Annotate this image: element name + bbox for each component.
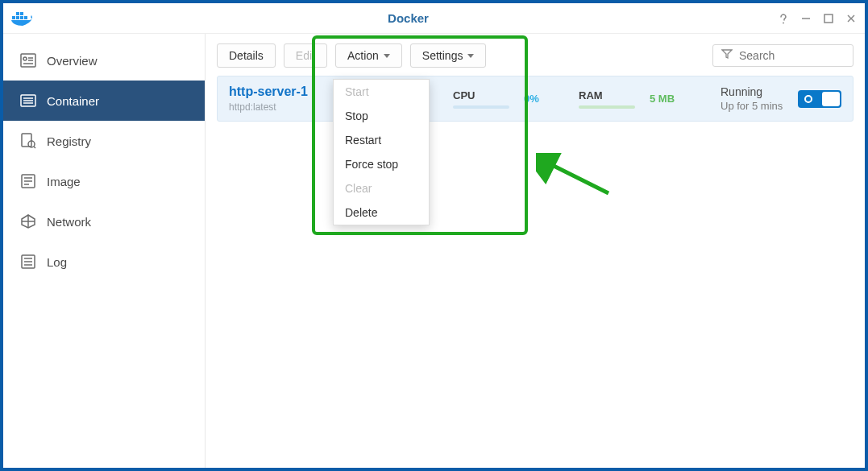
svg-rect-4 bbox=[20, 12, 23, 15]
ram-bar bbox=[579, 105, 635, 109]
sidebar-item-image[interactable]: Image bbox=[3, 161, 205, 201]
status-block: Running Up for 5 mins bbox=[721, 85, 783, 112]
ram-label: RAM bbox=[579, 89, 635, 101]
cpu-label-col: CPU bbox=[453, 89, 509, 109]
cpu-label: CPU bbox=[453, 89, 509, 101]
uptime-text: Up for 5 mins bbox=[721, 100, 783, 112]
ram-label-col: RAM bbox=[579, 89, 635, 109]
svg-line-22 bbox=[34, 147, 35, 148]
sidebar-item-label: Overview bbox=[47, 54, 98, 68]
search-box[interactable] bbox=[712, 44, 853, 67]
menu-item-stop[interactable]: Stop bbox=[334, 104, 429, 128]
sidebar-item-label: Log bbox=[47, 255, 67, 269]
svg-rect-8 bbox=[824, 14, 833, 23]
chevron-down-icon bbox=[384, 54, 390, 58]
sidebar-item-network[interactable]: Network bbox=[3, 201, 205, 242]
sidebar-item-label: Registry bbox=[47, 134, 91, 148]
details-button[interactable]: Details bbox=[217, 43, 276, 68]
maximize-icon[interactable] bbox=[823, 13, 834, 24]
sidebar-item-label: Image bbox=[47, 175, 81, 188]
sidebar: Overview Container Registry Image bbox=[3, 34, 205, 468]
svg-line-33 bbox=[544, 161, 608, 193]
window-title: Docker bbox=[39, 11, 778, 25]
sidebar-item-container[interactable]: Container bbox=[3, 81, 205, 121]
app-window: Docker Overview Container bbox=[3, 3, 865, 468]
svg-point-12 bbox=[23, 57, 27, 60]
svg-rect-0 bbox=[12, 16, 15, 19]
cpu-bar bbox=[453, 105, 509, 109]
cpu-value: 0% bbox=[524, 93, 564, 105]
menu-item-force-stop[interactable]: Force stop bbox=[334, 152, 429, 176]
svg-point-6 bbox=[783, 22, 784, 23]
main-panel: Details Edit Action Settings bbox=[205, 34, 865, 468]
menu-item-delete[interactable]: Delete bbox=[334, 200, 429, 225]
cpu-value-col: 0% bbox=[524, 93, 564, 105]
body: Overview Container Registry Image bbox=[3, 34, 865, 468]
network-icon bbox=[19, 213, 37, 230]
sidebar-item-overview[interactable]: Overview bbox=[3, 40, 205, 81]
action-button[interactable]: Action bbox=[335, 43, 402, 68]
filter-icon bbox=[721, 48, 733, 63]
svg-rect-2 bbox=[20, 16, 23, 19]
running-toggle[interactable] bbox=[798, 90, 841, 108]
action-button-label: Action bbox=[347, 49, 379, 62]
sidebar-item-log[interactable]: Log bbox=[3, 242, 205, 282]
svg-rect-5 bbox=[24, 16, 27, 19]
status-text: Running bbox=[721, 85, 783, 98]
menu-item-restart[interactable]: Restart bbox=[334, 128, 429, 152]
help-icon[interactable] bbox=[778, 13, 789, 24]
docker-whale-icon bbox=[11, 10, 32, 27]
search-input[interactable] bbox=[739, 49, 845, 62]
svg-rect-1 bbox=[16, 16, 19, 19]
edit-button[interactable]: Edit bbox=[284, 43, 327, 68]
sidebar-item-label: Network bbox=[47, 215, 91, 229]
overview-icon bbox=[19, 52, 37, 69]
menu-item-start[interactable]: Start bbox=[334, 80, 429, 104]
container-row[interactable]: http-server-1 httpd:latest CPU 0% RAM 5 … bbox=[217, 76, 853, 122]
annotation-arrow-icon bbox=[536, 153, 617, 205]
svg-rect-20 bbox=[22, 134, 31, 147]
menu-item-clear[interactable]: Clear bbox=[334, 176, 429, 200]
window-controls bbox=[778, 13, 857, 24]
registry-icon bbox=[19, 132, 37, 150]
titlebar: Docker bbox=[3, 3, 865, 34]
close-icon[interactable] bbox=[845, 13, 857, 24]
chevron-down-icon bbox=[467, 54, 474, 58]
sidebar-item-label: Container bbox=[47, 94, 99, 108]
image-icon bbox=[19, 172, 37, 190]
ram-value: 5 MB bbox=[650, 93, 690, 105]
settings-button-label: Settings bbox=[422, 49, 463, 62]
svg-rect-3 bbox=[16, 12, 19, 15]
minimize-icon[interactable] bbox=[800, 13, 812, 24]
log-icon bbox=[19, 253, 37, 271]
settings-button[interactable]: Settings bbox=[410, 43, 487, 68]
ram-value-col: 5 MB bbox=[650, 93, 690, 105]
action-dropdown-menu: Start Stop Restart Force stop Clear Dele… bbox=[333, 79, 430, 225]
toggle-on-icon bbox=[804, 95, 812, 103]
toolbar: Details Edit Action Settings bbox=[217, 43, 853, 68]
sidebar-item-registry[interactable]: Registry bbox=[3, 121, 205, 161]
container-icon bbox=[19, 92, 37, 109]
